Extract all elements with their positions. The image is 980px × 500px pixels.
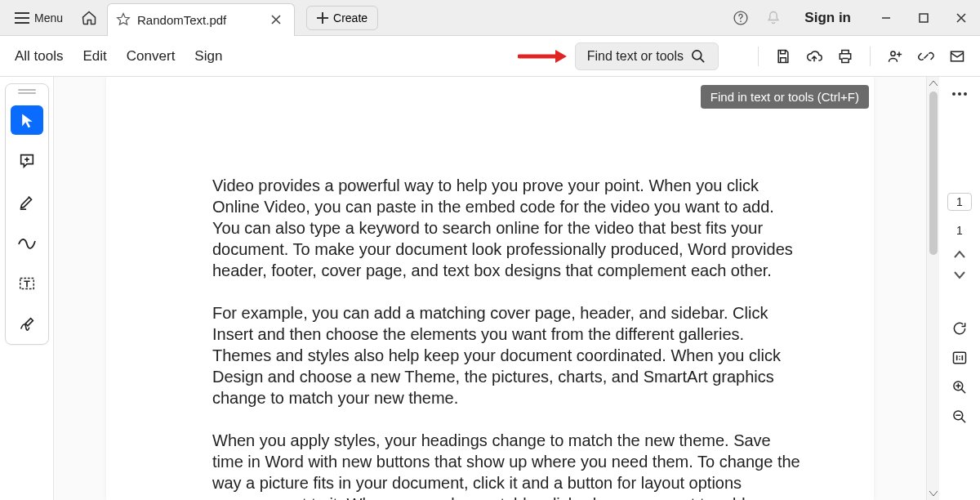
cloud-upload-button[interactable] bbox=[806, 48, 822, 65]
scroll-up-button[interactable] bbox=[927, 77, 939, 90]
home-button[interactable] bbox=[74, 5, 104, 31]
comment-icon bbox=[18, 152, 36, 170]
body-paragraph: When you apply styles, your headings cha… bbox=[212, 430, 800, 500]
help-icon bbox=[733, 10, 749, 26]
highlight-tool[interactable] bbox=[11, 187, 43, 217]
freeform-icon bbox=[17, 236, 37, 249]
share-people-icon bbox=[887, 48, 903, 65]
link-button[interactable] bbox=[918, 48, 934, 65]
create-label: Create bbox=[333, 11, 368, 25]
svg-point-9 bbox=[952, 92, 956, 96]
minimize-icon bbox=[881, 13, 891, 23]
chevron-up-icon bbox=[929, 81, 938, 86]
all-tools-button[interactable]: All tools bbox=[15, 48, 64, 65]
help-button[interactable] bbox=[726, 10, 755, 26]
cloud-upload-icon bbox=[806, 48, 822, 65]
tab-close-button[interactable] bbox=[268, 11, 284, 28]
zoom-out-button[interactable] bbox=[951, 408, 968, 425]
body-paragraph: Video provides a powerful way to help yo… bbox=[212, 175, 800, 281]
svg-point-11 bbox=[964, 92, 967, 96]
plus-icon bbox=[317, 12, 328, 24]
body-paragraph: For example, you can add a matching cove… bbox=[212, 302, 800, 408]
next-page-button[interactable] bbox=[954, 271, 965, 279]
vertical-scrollbar[interactable] bbox=[926, 77, 939, 500]
close-window-button[interactable] bbox=[942, 0, 980, 36]
notifications-button[interactable] bbox=[759, 10, 788, 26]
actual-size-button[interactable] bbox=[951, 350, 968, 366]
scroll-thumb[interactable] bbox=[929, 92, 938, 255]
page-count: 1 bbox=[956, 224, 963, 237]
rotate-button[interactable] bbox=[951, 320, 968, 337]
window-controls bbox=[867, 0, 980, 36]
find-label: Find text or tools bbox=[587, 49, 684, 64]
page-number-input[interactable]: 1 bbox=[947, 193, 972, 211]
draw-tool[interactable] bbox=[11, 228, 43, 257]
find-tooltip: Find in text or tools (Ctrl+F) bbox=[701, 85, 869, 109]
more-options-button[interactable] bbox=[951, 92, 968, 96]
maximize-icon bbox=[919, 13, 929, 23]
document-tab[interactable]: RandomText.pdf bbox=[107, 3, 295, 36]
select-tool[interactable] bbox=[11, 105, 43, 135]
title-bar: Menu RandomText.pdf Create Sign in bbox=[0, 0, 980, 36]
textbox-icon bbox=[18, 275, 36, 292]
svg-rect-2 bbox=[920, 14, 928, 22]
cursor-icon bbox=[19, 111, 35, 129]
comment-tool[interactable] bbox=[11, 146, 43, 176]
chevron-up-icon bbox=[954, 250, 965, 258]
sign-in-button[interactable]: Sign in bbox=[791, 10, 864, 26]
separator bbox=[758, 47, 759, 66]
document-viewport[interactable]: Video provides a powerful way to help yo… bbox=[54, 77, 926, 500]
tab-title: RandomText.pdf bbox=[137, 13, 226, 27]
minimize-button[interactable] bbox=[867, 0, 905, 36]
chevron-down-icon bbox=[954, 271, 965, 279]
menu-label: Menu bbox=[34, 11, 63, 25]
bell-icon bbox=[765, 10, 782, 26]
share-button[interactable] bbox=[887, 48, 903, 65]
svg-point-10 bbox=[958, 92, 961, 96]
toolbar-actions bbox=[756, 47, 965, 66]
save-icon bbox=[775, 48, 791, 65]
star-icon bbox=[116, 12, 131, 27]
rotate-icon bbox=[951, 320, 968, 337]
prev-page-button[interactable] bbox=[954, 250, 965, 258]
ellipsis-icon bbox=[951, 92, 968, 96]
mail-icon bbox=[949, 48, 965, 65]
left-tool-rail bbox=[0, 77, 54, 500]
link-icon bbox=[918, 48, 934, 65]
svg-point-1 bbox=[740, 20, 742, 22]
menu-button[interactable]: Menu bbox=[7, 7, 71, 29]
edit-button[interactable]: Edit bbox=[83, 48, 107, 65]
convert-button[interactable]: Convert bbox=[127, 48, 176, 65]
search-icon bbox=[690, 48, 706, 65]
svg-point-6 bbox=[891, 51, 895, 56]
signature-icon bbox=[18, 315, 36, 333]
svg-marker-4 bbox=[555, 50, 567, 63]
svg-rect-12 bbox=[954, 352, 966, 363]
find-button[interactable]: Find text or tools bbox=[575, 42, 719, 70]
email-button[interactable] bbox=[949, 48, 965, 65]
one-to-one-icon bbox=[951, 350, 968, 366]
palette-drag-handle[interactable] bbox=[16, 89, 38, 94]
close-icon bbox=[956, 13, 966, 23]
hamburger-icon bbox=[15, 12, 29, 24]
hint-arrow bbox=[518, 49, 567, 64]
home-icon bbox=[81, 10, 97, 26]
sign-button[interactable]: Sign bbox=[194, 48, 222, 65]
textbox-tool[interactable] bbox=[11, 269, 43, 298]
fill-sign-tool[interactable] bbox=[11, 310, 43, 339]
save-button[interactable] bbox=[775, 48, 791, 65]
scroll-down-button[interactable] bbox=[927, 487, 939, 500]
main-area: Video provides a powerful way to help yo… bbox=[0, 77, 980, 500]
toolbar: All tools Edit Convert Sign Find text or… bbox=[0, 36, 980, 77]
print-button[interactable] bbox=[837, 48, 853, 65]
zoom-in-button[interactable] bbox=[951, 379, 968, 395]
create-button[interactable]: Create bbox=[306, 6, 378, 30]
zoom-out-icon bbox=[951, 408, 968, 425]
separator bbox=[870, 47, 871, 66]
arrow-right-icon bbox=[518, 49, 567, 64]
maximize-button[interactable] bbox=[905, 0, 942, 36]
close-icon bbox=[271, 15, 281, 25]
print-icon bbox=[837, 48, 853, 65]
right-rail: 1 1 bbox=[939, 77, 980, 500]
highlighter-icon bbox=[18, 193, 36, 211]
